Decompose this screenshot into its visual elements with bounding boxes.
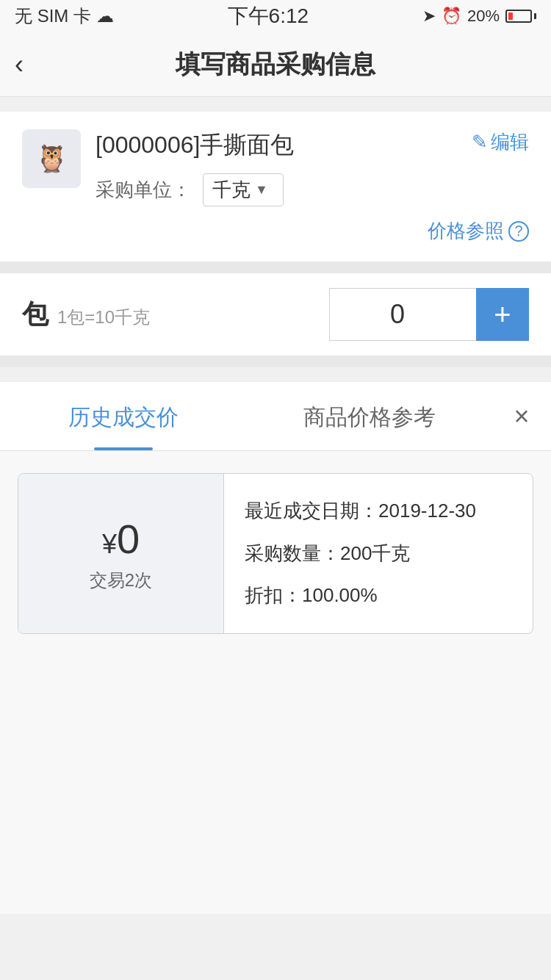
product-code: [0000006] xyxy=(96,131,200,158)
price-reference-button[interactable]: 价格参照 ? xyxy=(428,218,529,244)
tab-close-button[interactable]: × xyxy=(492,401,551,432)
quantity-label: 包 1包=10千克 xyxy=(22,297,150,333)
recent-date-row: 最近成交日期：2019-12-30 xyxy=(245,496,512,527)
product-unit-row: 采购单位： 千克 ▼ xyxy=(96,173,294,206)
tab-history-label: 历史成交价 xyxy=(68,405,179,429)
status-time: 下午6:12 xyxy=(228,2,309,30)
edit-label: 编辑 xyxy=(491,129,529,155)
status-left: 无 SIM 卡 ☁ xyxy=(15,4,114,28)
tab-content-area: ¥0 交易2次 最近成交日期：2019-12-30 采购数量：200千克 折扣：… xyxy=(0,473,551,914)
price-card: ¥0 交易2次 最近成交日期：2019-12-30 采购数量：200千克 折扣：… xyxy=(18,473,533,634)
price-number: 0 xyxy=(117,516,140,562)
purchase-qty-label: 采购数量： xyxy=(245,542,340,564)
quantity-input-area: + xyxy=(329,288,529,341)
page-title: 填写商品采购信息 xyxy=(176,48,375,82)
unit-label: 采购单位： xyxy=(96,177,191,203)
tab-history-price[interactable]: 历史成交价 xyxy=(0,382,246,450)
price-value-display: ¥0 xyxy=(102,515,140,563)
unit-select[interactable]: 千克 ▼ xyxy=(203,173,284,206)
product-info: [0000006]手撕面包 采购单位： 千克 ▼ xyxy=(96,129,294,206)
nav-bar: ‹ 填写商品采购信息 xyxy=(0,32,551,97)
product-card: 🦉 [0000006]手撕面包 采购单位： 千克 ▼ ✎ 编辑 xyxy=(0,112,551,262)
product-thumbnail: 🦉 xyxy=(22,129,81,188)
purchase-qty-row: 采购数量：200千克 xyxy=(245,538,512,569)
quantity-plus-button[interactable]: + xyxy=(476,288,529,341)
price-left-panel: ¥0 交易2次 xyxy=(18,474,224,633)
battery-icon xyxy=(505,10,536,23)
product-header: 🦉 [0000006]手撕面包 采购单位： 千克 ▼ ✎ 编辑 xyxy=(22,129,529,206)
sim-status: 无 SIM 卡 ☁ xyxy=(15,4,114,28)
discount-label: 折扣： xyxy=(245,584,302,606)
price-ref-label: 价格参照 xyxy=(428,218,504,244)
quantity-unit-description: 1包=10千克 xyxy=(57,306,150,329)
edit-button[interactable]: ✎ 编辑 xyxy=(472,129,529,155)
discount-row: 折扣：100.00% xyxy=(245,580,512,611)
product-title: 手撕面包 xyxy=(200,131,294,158)
section-divider-2 xyxy=(0,356,551,367)
tab-bar: 历史成交价 商品价格参考 × xyxy=(0,382,551,451)
unit-value: 千克 xyxy=(212,177,251,203)
product-left: 🦉 [0000006]手撕面包 采购单位： 千克 ▼ xyxy=(22,129,294,206)
purchase-qty-value: 200千克 xyxy=(340,542,410,564)
tab-product-price-ref[interactable]: 商品价格参考 xyxy=(246,382,492,450)
section-divider xyxy=(0,262,551,273)
trade-count: 交易2次 xyxy=(90,569,152,592)
recent-date-label: 最近成交日期： xyxy=(245,500,378,522)
price-ref-row: 价格参照 ? xyxy=(22,218,529,244)
tab-active-indicator xyxy=(94,447,153,450)
product-name: [0000006]手撕面包 xyxy=(96,129,294,162)
status-right: ➤ ⏰ 20% xyxy=(422,7,536,26)
info-icon: ? xyxy=(508,221,529,242)
tab-price-ref-label: 商品价格参考 xyxy=(303,405,436,429)
alarm-icon: ⏰ xyxy=(442,7,461,26)
quantity-input[interactable] xyxy=(329,288,476,341)
product-icon-symbol: 🦉 xyxy=(35,143,68,174)
discount-value: 100.00% xyxy=(302,584,378,606)
currency-symbol: ¥ xyxy=(102,529,117,559)
tab-container: 历史成交价 商品价格参考 × ¥0 交易2次 最近成交日期：2019-12-30… xyxy=(0,382,551,914)
back-button[interactable]: ‹ xyxy=(15,49,24,80)
recent-date-value: 2019-12-30 xyxy=(378,500,476,522)
edit-icon: ✎ xyxy=(472,131,488,154)
quantity-unit-big: 包 xyxy=(22,297,48,333)
dropdown-arrow-icon: ▼ xyxy=(255,182,268,198)
status-bar: 无 SIM 卡 ☁ 下午6:12 ➤ ⏰ 20% xyxy=(0,0,551,32)
battery-percent: 20% xyxy=(467,7,500,26)
location-icon: ➤ xyxy=(422,7,436,26)
quantity-row: 包 1包=10千克 + xyxy=(0,273,551,356)
price-right-panel: 最近成交日期：2019-12-30 采购数量：200千克 折扣：100.00% xyxy=(224,474,533,633)
